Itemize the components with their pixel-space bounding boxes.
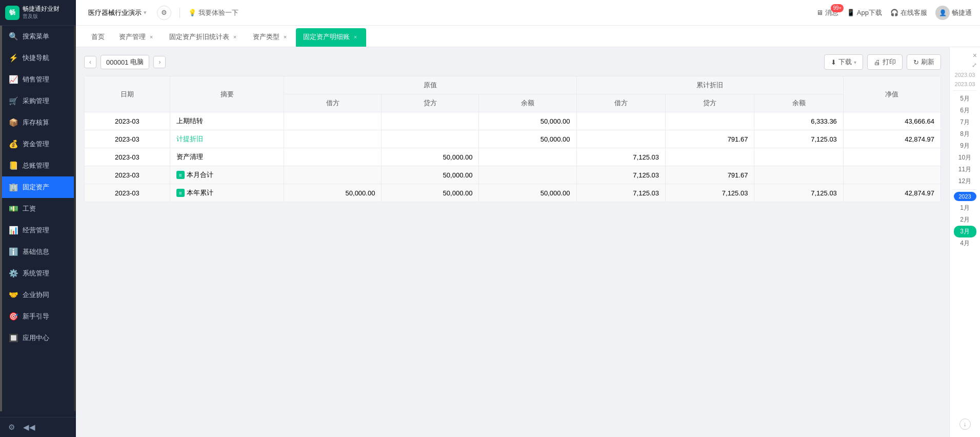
sidebar-item-fixed-assets[interactable]: 🏢 固定资产 [0,176,76,198]
timeline-scroll-down-button[interactable]: ↓ [959,419,971,430]
tab-fixed-asset-detail-label: 固定资产明细账 [303,32,350,42]
row5-dep-debit: 7,125.03 [576,184,665,202]
sidebar-item-finance[interactable]: 💰 资金管理 [0,133,76,155]
table-row-month-total: 2023-03 ≡ 本月合计 50,000.00 7,125.03 [85,166,941,184]
print-button[interactable]: 🖨 打印 [867,54,903,70]
th-original-value: 原值 [284,76,576,94]
timeline-month-9[interactable]: 9月 [954,140,976,152]
tab-asset-type[interactable]: 资产类型 × [246,28,296,47]
user-label: 畅捷通 [952,8,972,17]
row5-net-value: 42,874.97 [843,184,941,202]
sidebar-item-search-label: 搜索菜单 [23,32,49,41]
row2-dep-credit: 791.67 [665,130,754,148]
timeline-month-1[interactable]: 1月 [954,202,976,214]
sidebar-item-ledger-label: 总账管理 [23,161,49,170]
print-label: 打印 [883,57,896,67]
avatar: 👤 [935,6,950,20]
tab-depreciation-stats-close[interactable]: × [231,33,238,41]
timeline-month-6[interactable]: 6月 [954,105,976,116]
tab-fixed-asset-detail-close[interactable]: × [352,33,359,41]
timeline-month-3-active[interactable]: 3月 [954,226,976,237]
th-net-value: 净值 [843,76,941,112]
th-accumulated-depreciation: 累计折旧 [576,76,843,94]
sidebar-item-inventory[interactable]: 📦 库存核算 [0,112,76,133]
sidebar-item-quick-nav[interactable]: ⚡ 快捷导航 [0,47,76,69]
user-profile-button[interactable]: 👤 畅捷通 [935,6,972,20]
sidebar-item-guide[interactable]: 🎯 新手引导 [0,306,76,327]
tab-home[interactable]: 首页 [84,28,112,47]
fixed-asset-table: 日期 摘要 原值 累计折旧 净值 借方 贷方 余额 借方 贷方 余额 [84,76,941,202]
refresh-button[interactable]: ↻ 刷新 [907,54,941,70]
sidebar-item-search[interactable]: 🔍 搜索菜单 [0,26,76,47]
timeline-month-12[interactable]: 12月 [954,175,976,187]
fixed-assets-icon: 🏢 [8,182,18,192]
topbar-settings-button[interactable]: ⚙ [157,6,171,20]
tab-asset-mgmt-close[interactable]: × [148,33,155,41]
row2-orig-balance: 50,000.00 [479,130,576,148]
sidebar-item-system[interactable]: ⚙️ 系统管理 [0,263,76,284]
row4-abstract: ≡ 本月合计 [170,166,284,184]
timeline-expand-button[interactable]: ⤢ [972,62,977,69]
tab-fixed-asset-detail[interactable]: 固定资产明细账 × [296,28,366,47]
timeline-month-5[interactable]: 5月 [954,93,976,105]
timeline-month-8[interactable]: 8月 [954,128,976,140]
row4-dep-credit: 791.67 [665,166,754,184]
row4-orig-credit: 50,000.00 [382,166,479,184]
table-row: 2023-03 上期结转 50,000.00 6,333.36 43,666.6… [85,112,941,130]
sidebar-item-basic-info[interactable]: ℹ️ 基础信息 [0,241,76,263]
sidebar-item-purchase[interactable]: 🛒 采购管理 [0,90,76,112]
next-asset-button[interactable]: › [153,56,166,68]
message-button[interactable]: 🖥 消息 99 [816,8,838,17]
table-row: 2023-03 资产清理 50,000.00 7,125.03 [85,148,941,166]
timeline-month-2[interactable]: 2月 [954,214,976,226]
timeline-month-11[interactable]: 11月 [954,164,976,175]
main-area: 医疗器械行业演示 ▾ ⚙ 💡 我要体验一下 🖥 消息 99 📱 App下载 🎧 … [76,0,980,437]
download-button[interactable]: ⬇ 下载 ▾ [824,54,863,70]
topbar-right: 🖥 消息 99 📱 App下载 🎧 在线客服 👤 畅捷通 [816,6,972,20]
experience-label: 我要体验一下 [198,8,238,17]
sidebar-item-app-center[interactable]: 🔲 应用中心 [0,327,76,349]
sidebar: 畅 畅捷通好业财 普及版 🔍 搜索菜单 ⚡ 快捷导航 📈 销售管理 🛒 采购管理… [0,0,76,437]
timeline-month-4[interactable]: 4月 [954,237,976,249]
company-selector[interactable]: 医疗器械行业演示 ▾ [84,6,151,19]
logo-title: 畅捷通好业财 [23,5,59,13]
sidebar-item-fixed-assets-label: 固定资产 [23,183,49,192]
app-download-button[interactable]: 📱 App下载 [847,8,882,17]
row3-date: 2023-03 [85,148,170,166]
customer-service-button[interactable]: 🎧 在线客服 [890,8,927,17]
timeline-year-2023-badge[interactable]: 2023 [954,192,976,201]
sidebar-item-payroll[interactable]: 💵 工资 [0,198,76,220]
timeline-month-7[interactable]: 7月 [954,116,976,128]
experience-icon: 💡 [188,9,196,16]
timeline-close-button[interactable]: × [973,51,977,59]
sidebar-item-sales[interactable]: 📈 销售管理 [0,69,76,90]
content-area: ‹ 000001 电脑 › ⬇ 下载 ▾ 🖨 打印 [76,47,980,437]
row3-orig-balance [479,148,576,166]
experience-button[interactable]: 💡 我要体验一下 [188,8,238,17]
sidebar-item-cooperation[interactable]: 🤝 企业协同 [0,284,76,306]
row5-orig-credit: 50,000.00 [382,184,479,202]
purchase-icon: 🛒 [8,96,18,106]
row2-dep-balance: 7,125.03 [754,130,843,148]
row2-dep-debit [576,130,665,148]
tab-asset-mgmt[interactable]: 资产管理 × [112,28,162,47]
row2-orig-debit [284,130,382,148]
sidebar-item-basic-info-label: 基础信息 [23,247,49,256]
row2-net-value: 42,874.97 [843,130,941,148]
sidebar-item-quick-nav-label: 快捷导航 [23,53,49,63]
tab-asset-type-close[interactable]: × [282,33,289,41]
app-download-label: App下载 [857,8,882,17]
tab-depreciation-stats[interactable]: 固定资产折旧统计表 × [162,28,246,47]
prev-asset-button[interactable]: ‹ [84,56,96,68]
row3-dep-debit: 7,125.03 [576,148,665,166]
tab-depreciation-stats-label: 固定资产折旧统计表 [169,32,229,42]
sidebar-item-operations[interactable]: 📊 经营管理 [0,220,76,241]
collapse-sidebar-icon[interactable]: ◀◀ [23,423,35,432]
row3-net-value [843,148,941,166]
tab-asset-type-label: 资产类型 [253,32,279,42]
sidebar-item-ledger[interactable]: 📒 总账管理 [0,155,76,176]
settings-bottom-icon[interactable]: ⚙ [8,423,15,432]
asset-toolbar: ‹ 000001 电脑 › ⬇ 下载 ▾ 🖨 打印 [84,54,941,70]
row3-abstract: 资产清理 [170,148,284,166]
timeline-month-10[interactable]: 10月 [954,152,976,164]
